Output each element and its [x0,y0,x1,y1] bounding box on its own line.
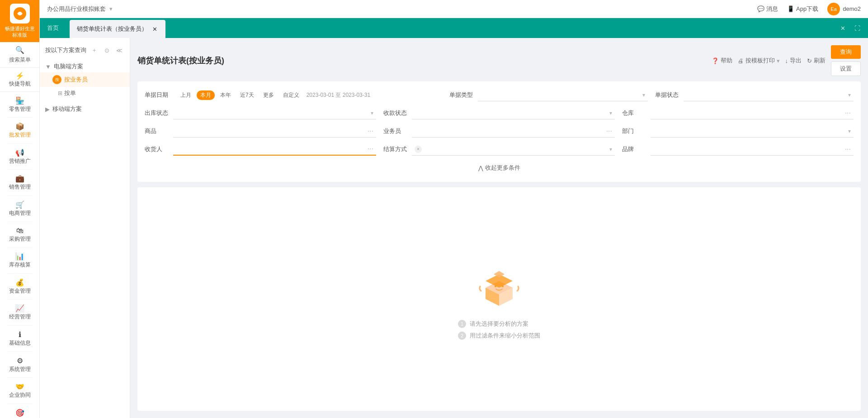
desktop-scheme-header[interactable]: ▼ 电脑端方案 [40,61,130,72]
filter-area: 单据日期 上月本月本年近7天更多自定义 2023-03-01 至 2023-03… [137,81,861,182]
recipient-input[interactable]: ··· [173,143,376,156]
sidebar-item-finance[interactable]: 💰 资金管理 [7,274,33,300]
mobile-scheme-group: ▶ 移动端方案 [40,101,130,117]
retail-icon: 🏪 [15,96,24,105]
svg-point-7 [495,285,496,287]
logo-text: 畅捷通好生意 标准版 [2,25,38,38]
logo-area[interactable]: 畅捷通好生意 标准版 [0,0,39,42]
sidebar-item-basic[interactable]: ℹ 基础信息 [7,326,33,352]
module-dropdown-icon[interactable]: ▾ [109,5,113,12]
date-range-label: 2023-03-01 至 2023-03-31 [307,91,370,99]
tab-maximize-btn[interactable]: ⛶ [852,23,863,33]
date-tab-本月[interactable]: 本月 [197,90,215,100]
user-profile-btn[interactable]: Ea demo2 [827,3,861,15]
tab-close-window-btn[interactable]: ✕ [837,23,848,33]
date-tab-本年[interactable]: 本年 [217,90,235,100]
enterprise-label: 企业协同 [9,392,31,399]
date-filter-item: 单据日期 上月本月本年近7天更多自定义 2023-03-01 至 2023-03… [145,90,442,100]
payment-input[interactable]: ▾ [412,107,615,119]
warehouse-input[interactable]: ··· [651,107,854,119]
sidebar: 畅捷通好生意 标准版 🔍 搜索菜单 ⚡ 快捷导航 🏪 零售管理 📦 批发管理 📢… [0,0,40,418]
ecommerce-label: 电商管理 [9,210,31,217]
tab-home[interactable]: 首页 [40,18,66,38]
date-tab-自定义[interactable]: 自定义 [279,90,303,100]
sidebar-item-inventory[interactable]: 📊 库存核算 [7,247,33,274]
operation-icon: 📈 [15,304,24,313]
sidebar-item-wholesale[interactable]: 📦 批发管理 [7,118,33,144]
collapse-btn[interactable]: ⋀ 收起更多条件 [471,161,528,175]
refresh-btn[interactable]: ↻ 刷新 [807,57,826,65]
help-btn[interactable]: ❓ 帮助 [712,57,732,65]
sidebar-item-purchase[interactable]: 🛍 采购管理 [7,222,33,248]
goods-dots: ··· [368,127,373,135]
sidebar-item-newbie[interactable]: 🎯 新手引导 [7,404,33,418]
sidebar-item-operation[interactable]: 📈 经营管理 [7,299,33,326]
empty-tip-1: 1 请先选择要分析的方案 [458,320,540,328]
brand-input[interactable]: ··· [651,143,854,156]
settlement-clear-btn[interactable]: × [415,146,422,153]
export-label: 导出 [790,57,802,65]
current-module-label: 办公用品行业模拟账套 [47,5,106,13]
settlement-input[interactable]: × ▾ [412,143,615,156]
collapse-icon: ⋀ [478,165,483,171]
mobile-scheme-header[interactable]: ▶ 移动端方案 [45,103,124,115]
tab-sales-stat[interactable]: 销货单统计表（按业务员） ✕ [70,20,165,38]
add-scheme-btn[interactable]: ＋ [89,45,99,55]
marketing-icon: 📢 [15,148,24,157]
refresh-icon: ↻ [807,57,812,64]
print-btn[interactable]: 🖨 按模板打印 ▾ [738,57,780,65]
sidebar-item-sales[interactable]: 💼 销售管理 [7,170,33,196]
goods-input[interactable]: ··· [173,125,376,138]
sidebar-item-enterprise[interactable]: 🤝 企业协同 [7,378,33,404]
date-filter-label: 单据日期 [145,91,170,99]
salesman-input[interactable]: ··· [412,125,615,138]
brand-label: 品牌 [622,145,647,153]
doc-status-filter-item: 单据状态 ▾ [655,89,854,101]
by-salesman-scheme[interactable]: 按 按业务员 [40,72,130,87]
sidebar-search-label: 搜索菜单 [9,56,31,64]
tip-1-num: 1 [458,320,466,328]
app-download-btn[interactable]: 📱 App下载 [787,5,818,13]
sidebar-item-ecommerce[interactable]: 🛒 电商管理 [7,196,33,222]
sidebar-quick-nav[interactable]: ⚡ 快捷导航 [0,68,39,92]
collapse-label: 收起更多条件 [485,164,520,172]
date-tab-近7天[interactable]: 近7天 [236,90,258,100]
sidebar-item-system[interactable]: ⚙ 系统管理 [7,352,33,378]
refresh-label: 刷新 [814,57,826,65]
warehouse-label: 仓库 [622,109,647,117]
tab-close-btn[interactable]: ✕ [151,25,158,33]
salesman-filter-item: 业务员 ··· [383,125,615,138]
delivery-input[interactable]: ▾ [173,107,376,119]
edit-scheme-btn[interactable]: ⊙ [102,45,112,55]
department-input[interactable]: ▾ [651,125,854,138]
content-area: 按以下方案查询 ＋ ⊙ ≪ ▼ 电脑端方案 按 按业务员 ⊞ 按 [40,38,868,418]
recipient-dots: ··· [368,145,373,153]
ecommerce-icon: 🛒 [15,200,24,209]
export-btn[interactable]: ↓ 导出 [785,57,802,65]
doc-type-input[interactable]: ▾ [478,89,648,101]
message-btn[interactable]: 💬 消息 [757,5,778,13]
action-right-btns: 查询 设置 [831,45,861,76]
sidebar-item-marketing[interactable]: 📢 营销推广 [7,144,33,170]
settlement-chevron: ▾ [609,146,612,152]
left-panel-title: 按以下方案查询 [45,46,86,54]
filter-row-2: 出库状态 ▾ 收款状态 ▾ 仓库 [145,107,854,119]
delivery-filter-item: 出库状态 ▾ [145,107,376,119]
tab-bar-right: ✕ ⛶ [837,23,868,33]
print-icon: 🖨 [738,57,744,64]
print-dropdown-icon[interactable]: ▾ [777,57,780,64]
doc-status-input[interactable]: ▾ [684,89,854,101]
date-tab-上月[interactable]: 上月 [177,90,195,100]
by-order-scheme[interactable]: ⊞ 按单 [40,87,130,100]
sidebar-search-section[interactable]: 🔍 搜索菜单 [0,42,39,68]
collapse-panel-btn[interactable]: ≪ [114,45,124,55]
app-icon: 📱 [787,5,794,12]
query-btn[interactable]: 查询 [831,45,861,59]
date-tab-更多[interactable]: 更多 [259,90,278,100]
by-salesman-icon: 按 [52,75,61,84]
goods-filter-item: 商品 ··· [145,125,376,138]
sidebar-item-retail[interactable]: 🏪 零售管理 [7,92,33,118]
payment-label: 收款状态 [383,109,408,117]
desktop-scheme-group: ▼ 电脑端方案 按 按业务员 ⊞ 按单 [40,59,130,101]
setting-btn[interactable]: 设置 [831,62,861,76]
